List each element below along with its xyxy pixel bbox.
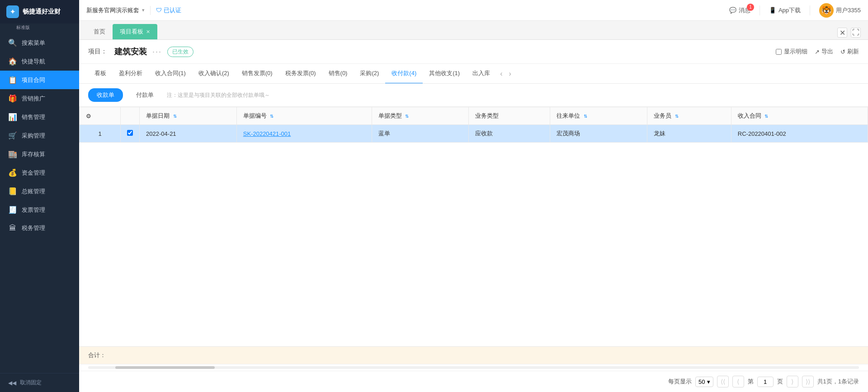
next-page-button[interactable]: ⟩ (787, 376, 798, 387)
th-income-contract-label: 收入合同 (738, 112, 761, 119)
module-tab-board[interactable]: 看板 (88, 64, 113, 84)
page-number-input[interactable] (757, 377, 774, 387)
project-header-actions: 显示明细 ↗ 导出 ↺ 刷新 (776, 48, 859, 56)
th-income-contract[interactable]: 收入合同 ⇅ (731, 107, 868, 125)
module-tab-tax-invoice[interactable]: 税务发票(0) (279, 64, 322, 84)
sidebar-item-project[interactable]: 📋 项目合同 (0, 71, 79, 89)
user-menu[interactable]: 🐯 用户3355 (819, 3, 861, 18)
sub-tab-receipt[interactable]: 收款单 (88, 88, 123, 102)
more-options-button[interactable]: ··· (152, 47, 162, 57)
sidebar-item-ledger[interactable]: 📒 总账管理 (0, 182, 79, 201)
sub-tab-row: 收款单 付款单 注：这里是与项目关联的全部收付款单哦～ (79, 84, 868, 107)
table-wrapper: ⚙ 单据日期 ⇅ 单据编号 ⇅ 单据类型 ⇅ (79, 107, 868, 346)
export-label: 导出 (821, 48, 833, 56)
edition-label: 标准版 (0, 24, 79, 31)
app-download-button[interactable]: 📱 App下载 (769, 6, 801, 14)
search-icon: 🔍 (8, 38, 17, 47)
row-number-link[interactable]: SK-20220421-001 (243, 130, 291, 137)
row-date: 2022-04-21 (146, 130, 176, 137)
horizontal-scrollbar[interactable] (88, 366, 859, 369)
last-page-button[interactable]: ⟩⟩ (802, 376, 814, 387)
sidebar-item-invoice[interactable]: 🧾 发票管理 (0, 201, 79, 219)
row-income-contract-cell: RC-20220401-002 (731, 125, 868, 143)
purchase-icon: 🛒 (8, 131, 17, 140)
sidebar-item-shortcut[interactable]: 🏠 快捷导航 (0, 52, 79, 71)
total-label: 合计： (88, 352, 106, 359)
close-icon[interactable]: ✕ (146, 29, 150, 35)
th-type[interactable]: 单据类型 ⇅ (372, 107, 469, 125)
refresh-button[interactable]: ↺ 刷新 (840, 48, 859, 56)
show-detail-checkbox[interactable]: 显示明细 (776, 48, 807, 56)
sidebar-item-tax[interactable]: 🏛 税务管理 (0, 219, 79, 237)
sort-icon: ⇅ (764, 114, 768, 119)
th-number[interactable]: 单据编号 ⇅ (236, 107, 372, 125)
sidebar-item-purchase[interactable]: 🛒 采购管理 (0, 126, 79, 145)
th-date[interactable]: 单据日期 ⇅ (140, 107, 237, 125)
close-window-button[interactable]: ✕ (837, 28, 847, 38)
row-partner-cell: 宏茂商场 (550, 125, 647, 143)
tabbar: 首页 项目看板 ✕ ✕ ⛶ (79, 21, 868, 40)
status-badge: 已生效 (167, 47, 193, 57)
certified-label: 已认证 (164, 6, 181, 14)
th-settings[interactable]: ⚙ (80, 107, 121, 125)
home-icon: 🏠 (8, 57, 17, 66)
sidebar-footer-label: 取消固定 (20, 379, 42, 387)
sidebar-item-label: 销售管理 (22, 113, 45, 121)
export-button[interactable]: ↗ 导出 (815, 48, 833, 56)
tabbar-actions: ✕ ⛶ (837, 28, 861, 39)
sidebar-item-label: 总账管理 (22, 187, 45, 196)
scroll-row (79, 364, 868, 371)
row-biz-type: 应收款 (475, 130, 493, 137)
sidebar-item-inventory[interactable]: 🏬 库存核算 (0, 145, 79, 163)
prev-page-button[interactable]: ⟨ (732, 376, 744, 387)
th-biz-type-label: 业务类型 (475, 112, 499, 119)
tab-project-board[interactable]: 项目看板 ✕ (113, 24, 157, 39)
sidebar-item-marketing[interactable]: 🎁 营销推广 (0, 89, 79, 108)
tab-home[interactable]: 首页 (86, 24, 113, 39)
first-page-button[interactable]: ⟨⟨ (717, 376, 729, 387)
sidebar-footer-pin[interactable]: ◀◀ 取消固定 (0, 373, 79, 392)
sort-icon: ⇅ (405, 114, 409, 119)
module-tab-receipts[interactable]: 收付款(4) (385, 64, 423, 84)
sub-tab-note: 注：这里是与项目关联的全部收付款单哦～ (167, 91, 270, 99)
project-label: 项目： (88, 48, 107, 56)
module-tab-in-out[interactable]: 出入库 (466, 64, 496, 84)
total-info: 共1页，1条记录 (817, 378, 859, 386)
tab-prev-arrow[interactable]: ‹ (497, 70, 505, 78)
th-salesman[interactable]: 业务员 ⇅ (647, 107, 731, 125)
per-page-select[interactable]: 50 ▾ (695, 377, 713, 387)
table-row[interactable]: 1 2022-04-21 SK-20220421-001 蓝单 (80, 125, 868, 143)
tab-next-arrow[interactable]: › (506, 70, 514, 78)
module-tab-sales-invoice[interactable]: 销售发票(0) (236, 64, 279, 84)
sort-icon: ⇅ (173, 114, 177, 119)
module-tab-other-expense[interactable]: 其他收支(1) (423, 64, 466, 84)
module-tab-purchase[interactable]: 采购(2) (354, 64, 385, 84)
shield-icon: 🛡 (156, 7, 162, 14)
sidebar-item-finance[interactable]: 💰 资金管理 (0, 163, 79, 182)
pagination: 每页显示 50 ▾ ⟨⟨ ⟨ 第 页 ⟩ ⟩⟩ 共1页，1条记录 (79, 371, 868, 392)
show-detail-label: 显示明细 (784, 48, 807, 56)
account-name: 新服务官网演示账套 (86, 6, 139, 14)
module-tab-profit[interactable]: 盈利分析 (113, 64, 149, 84)
app-title: 畅捷通好业财 (23, 8, 61, 16)
row-checkbox-cell[interactable] (121, 125, 140, 143)
account-selector[interactable]: 新服务官网演示账套 ▾ (86, 6, 145, 14)
scroll-thumb[interactable] (115, 366, 215, 369)
sub-tab-payment[interactable]: 付款单 (127, 88, 162, 102)
sidebar-item-sales[interactable]: 📊 销售管理 (0, 108, 79, 126)
module-tab-income-confirm[interactable]: 收入确认(2) (192, 64, 236, 84)
total-row: 合计： (79, 346, 868, 364)
sidebar-item-search[interactable]: 🔍 搜索菜单 (0, 33, 79, 52)
th-partner[interactable]: 往来单位 ⇅ (550, 107, 647, 125)
per-page-value: 50 (698, 378, 705, 385)
row-salesman-cell: 龙妹 (647, 125, 731, 143)
module-tab-income-contract[interactable]: 收入合同(1) (149, 64, 192, 84)
show-detail-input[interactable] (776, 49, 782, 55)
main-area: 新服务官网演示账套 ▾ 🛡 已认证 💬 消息 1 📱 App下载 🐯 用户335… (79, 0, 868, 392)
topbar: 新服务官网演示账套 ▾ 🛡 已认证 💬 消息 1 📱 App下载 🐯 用户335… (79, 0, 868, 21)
sidebar-item-label: 库存核算 (22, 150, 45, 158)
message-button[interactable]: 💬 消息 1 (729, 6, 750, 14)
module-tab-sales[interactable]: 销售(0) (322, 64, 354, 84)
maximize-button[interactable]: ⛶ (851, 28, 861, 38)
row-checkbox[interactable] (127, 130, 133, 136)
